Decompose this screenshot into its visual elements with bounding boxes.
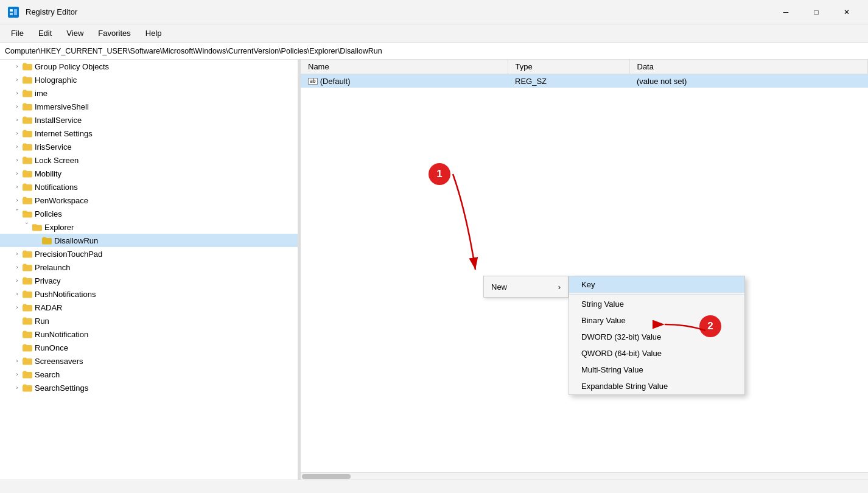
tree-arrow-screensavers: ›	[12, 358, 22, 364]
data-cell-type: REG_SZ	[508, 74, 629, 88]
tree-item-policies[interactable]: › Policies	[0, 207, 298, 220]
tree-arrow-gpo: ›	[12, 63, 22, 69]
close-button[interactable]: ✕	[833, 2, 861, 22]
tree-label-disallowrun: DisallowRun	[54, 236, 98, 245]
context-submenu: Key String Value Binary Value DWORD (32-…	[569, 276, 745, 395]
tree-label-policies: Policies	[35, 209, 62, 219]
annotation-arrow-1	[442, 163, 497, 273]
tree-arrow-penworkspace: ›	[12, 197, 22, 203]
tree-item-pushnotifications[interactable]: › PushNotifications	[0, 287, 298, 301]
tree-item-prelaunch[interactable]: › Prelaunch	[0, 260, 298, 274]
folder-icon-runnotification	[22, 330, 33, 338]
tree-arrow-radar: ›	[12, 304, 22, 310]
tree-item-irisservice[interactable]: › IrisService	[0, 140, 298, 153]
tree-item-penworkspace[interactable]: › PenWorkspace	[0, 194, 298, 207]
data-table: Name Type Data ab (Default) REG_SZ (valu…	[301, 60, 868, 88]
folder-icon-pushnotifications	[22, 290, 33, 298]
data-row-default[interactable]: ab (Default) REG_SZ (value not set)	[301, 74, 868, 88]
tree-label-lockscreen: Lock Screen	[35, 156, 79, 165]
menu-help[interactable]: Help	[139, 26, 168, 40]
tree-item-radar[interactable]: › RADAR	[0, 301, 298, 314]
folder-icon-irisservice	[22, 142, 33, 151]
tree-item-runonce[interactable]: RunOnce	[0, 341, 298, 354]
folder-icon-policies	[22, 209, 33, 218]
horizontal-scrollbar[interactable]	[301, 472, 868, 480]
tree-item-gpo[interactable]: › Group Policy Objects	[0, 60, 298, 73]
menu-file[interactable]: File	[5, 26, 30, 40]
titlebar: Registry Editor ─ □ ✕	[0, 0, 868, 24]
tree-label-notifications: Notifications	[35, 183, 78, 192]
reg-type-icon: ab	[308, 78, 318, 85]
folder-icon-run	[22, 316, 33, 325]
submenu-item-multistring[interactable]: Multi-String Value	[569, 362, 744, 378]
tree-item-installservice[interactable]: › InstallService	[0, 113, 298, 127]
folder-icon-immersiveshell	[22, 102, 33, 111]
tree-arrow-searchsettings: ›	[12, 385, 22, 391]
tree-item-screensavers[interactable]: › Screensavers	[0, 354, 298, 368]
tree-arrow-lockscreen: ›	[12, 157, 22, 163]
tree-label-internetsettings: Internet Settings	[35, 129, 93, 138]
menu-favorites[interactable]: Favorites	[92, 26, 136, 40]
svg-rect-2	[10, 13, 13, 15]
app-title: Registry Editor	[26, 7, 77, 16]
tree-item-privacy[interactable]: › Privacy	[0, 274, 298, 287]
scrollbar-thumb[interactable]	[302, 474, 351, 479]
tree-label-holographic: Holographic	[35, 75, 77, 85]
data-cell-name: ab (Default)	[301, 74, 508, 88]
submenu-item-string[interactable]: String Value	[569, 296, 744, 312]
addressbar: Computer\HKEY_CURRENT_USER\Software\Micr…	[0, 43, 868, 60]
tree-item-notifications[interactable]: › Notifications	[0, 180, 298, 194]
tree-item-immersiveshell[interactable]: › ImmersiveShell	[0, 100, 298, 113]
folder-icon-radar	[22, 303, 33, 312]
folder-icon-precisiontouchpad	[22, 250, 33, 258]
menubar: File Edit View Favorites Help	[0, 24, 868, 43]
tree-item-search[interactable]: › Search	[0, 368, 298, 381]
tree-arrow-holographic: ›	[12, 77, 22, 83]
tree-item-mobility[interactable]: › Mobility	[0, 167, 298, 180]
tree-item-runnotification[interactable]: RunNotification	[0, 327, 298, 341]
submenu-item-expandable[interactable]: Expandable String Value	[569, 378, 744, 394]
col-header-name: Name	[301, 60, 508, 74]
tree-item-internetsettings[interactable]: › Internet Settings	[0, 127, 298, 140]
data-cell-data: (value not set)	[629, 74, 868, 88]
submenu-divider-1	[569, 294, 744, 295]
tree-item-explorer[interactable]: › Explorer	[0, 220, 298, 234]
tree-arrow-installservice: ›	[12, 117, 22, 123]
menu-edit[interactable]: Edit	[32, 26, 58, 40]
titlebar-controls: ─ □ ✕	[772, 2, 861, 22]
tree-arrow-immersiveshell: ›	[12, 103, 22, 110]
data-pane: Name Type Data ab (Default) REG_SZ (valu…	[301, 60, 868, 480]
minimize-button[interactable]: ─	[772, 2, 800, 22]
new-menu-item[interactable]: New ›	[483, 276, 569, 298]
tree-item-disallowrun[interactable]: DisallowRun	[0, 234, 298, 247]
submenu-item-qword[interactable]: QWORD (64-bit) Value	[569, 345, 744, 362]
tree-item-ime[interactable]: › ime	[0, 86, 298, 100]
tree-item-holographic[interactable]: › Holographic	[0, 73, 298, 86]
tree-arrow-policies: ›	[14, 209, 20, 219]
tree-arrow-explorer: ›	[24, 222, 30, 232]
folder-icon-disallowrun	[41, 236, 52, 245]
tree-arrow-privacy: ›	[12, 278, 22, 284]
menu-view[interactable]: View	[60, 26, 89, 40]
maximize-button[interactable]: □	[802, 2, 830, 22]
col-header-type: Type	[508, 60, 629, 74]
tree-label-runonce: RunOnce	[35, 343, 68, 352]
tree-pane[interactable]: › Group Policy Objects › Holographic › i…	[0, 60, 298, 480]
address-path: Computer\HKEY_CURRENT_USER\Software\Micr…	[5, 47, 382, 55]
svg-rect-1	[10, 9, 13, 12]
folder-icon-privacy	[22, 276, 33, 285]
tree-item-precisiontouchpad[interactable]: › PrecisionTouchPad	[0, 247, 298, 260]
submenu-item-key[interactable]: Key	[569, 276, 744, 293]
titlebar-left: Registry Editor	[7, 6, 77, 18]
folder-icon-internetsettings	[22, 129, 33, 138]
tree-item-searchsettings[interactable]: › SearchSettings	[0, 381, 298, 394]
svg-rect-3	[14, 9, 17, 15]
context-menu-overlay: New › Key String Value Binary Value DWOR…	[483, 276, 569, 298]
tree-item-run[interactable]: Run	[0, 314, 298, 327]
tree-label-explorer: Explorer	[44, 223, 74, 232]
tree-label-runnotification: RunNotification	[35, 330, 88, 339]
folder-icon-notifications	[22, 183, 33, 191]
tree-label-prelaunch: Prelaunch	[35, 263, 71, 272]
tree-item-lockscreen[interactable]: › Lock Screen	[0, 153, 298, 167]
data-value-name: (Default)	[320, 77, 351, 86]
